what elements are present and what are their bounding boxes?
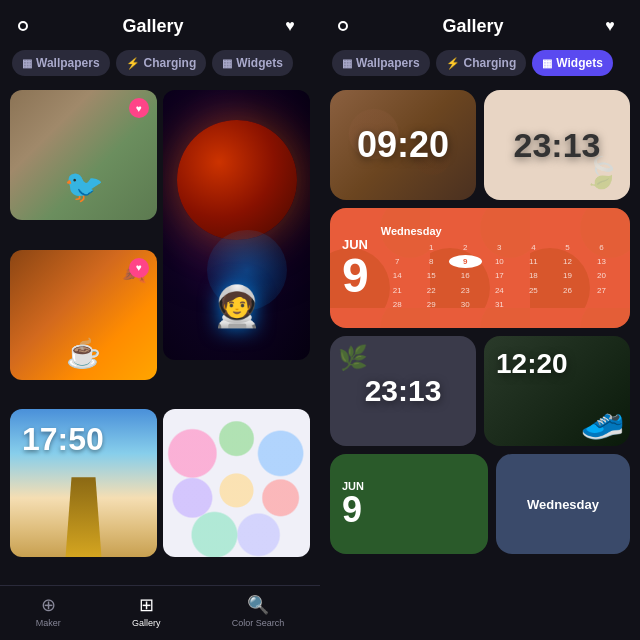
right-heart-icon[interactable]: ♥ — [598, 14, 622, 38]
cal-header-sa: 6 — [585, 241, 618, 254]
left-bottom-nav: ⊕ Maker ⊞ Gallery 🔍 Color Search — [0, 585, 320, 640]
cal-d19: 19 — [551, 269, 584, 282]
widget-calendar-2[interactable]: JUN 9 — [330, 454, 488, 554]
widget-time-2313b: 23:13 — [365, 374, 442, 408]
widget-row-4: JUN 9 Wednesday — [330, 454, 630, 554]
widget-wednesday[interactable]: Wednesday — [496, 454, 630, 554]
left-tab-bar: ▦ Wallpapers ⚡ Charging ▦ Widgets — [0, 46, 320, 84]
widget-calendar[interactable]: JUN 9 Wednesday 1 2 3 4 5 6 — [330, 208, 630, 328]
shoe-icon: 👟 — [580, 399, 625, 441]
left-heart-icon[interactable]: ♥ — [278, 14, 302, 38]
r-wallpapers-icon: ▦ — [342, 57, 352, 70]
cal-d25: 25 — [517, 284, 550, 297]
widget-row-1: 09:20 23:13 🍃 — [330, 90, 630, 200]
cal-d23: 23 — [449, 284, 482, 297]
cal-d20: 20 — [585, 269, 618, 282]
cal-d21: 21 — [381, 284, 414, 297]
left-tab-wallpapers[interactable]: ▦ Wallpapers — [12, 50, 110, 76]
cal2-day: 9 — [342, 492, 364, 528]
cal-header-we: 3 — [483, 241, 516, 254]
cal-d16: 16 — [449, 269, 482, 282]
space-planet — [177, 120, 297, 240]
right-tab-wallpapers[interactable]: ▦ Wallpapers — [332, 50, 430, 76]
cal-d14: 14 — [381, 269, 414, 282]
space-wallpaper[interactable]: 🧑‍🚀 — [163, 90, 310, 360]
cal-d26: 26 — [551, 284, 584, 297]
cal-d13: 13 — [585, 255, 618, 268]
cal-d30: 30 — [449, 298, 482, 311]
cal-header-fr: 5 — [551, 241, 584, 254]
cal-d9-today: 9 — [449, 255, 482, 268]
calendar-grid: Wednesday 1 2 3 4 5 6 7 8 9 10 — [381, 225, 618, 311]
dark-leaf-icon: 🌿 — [338, 344, 368, 372]
clock-wallpaper[interactable]: 17:50 — [10, 409, 157, 557]
widgets-icon: ▦ — [222, 57, 232, 70]
cal-d8: 8 — [415, 255, 448, 268]
right-dot-icon — [338, 21, 348, 31]
widget-row-2: JUN 9 Wednesday 1 2 3 4 5 6 — [330, 208, 630, 328]
right-content: 09:20 23:13 🍃 JUN 9 Wednesday — [320, 84, 640, 640]
cal-header-mo: 1 — [415, 241, 448, 254]
widget-shoe[interactable]: 12:20 👟 — [484, 336, 630, 446]
wallpapers-icon: ▦ — [22, 57, 32, 70]
widget-time-2313: 23:13 — [514, 126, 601, 165]
nav-color-search[interactable]: 🔍 Color Search — [232, 594, 285, 628]
cal-header-su — [381, 241, 414, 254]
calendar-2-date: JUN 9 — [342, 480, 364, 528]
cal-d18: 18 — [517, 269, 550, 282]
cal-d27: 27 — [585, 284, 618, 297]
space-astronaut: 🧑‍🚀 — [212, 283, 262, 330]
cal-day: 9 — [342, 252, 369, 300]
calendar-date: JUN 9 — [342, 237, 369, 300]
widget-light-clock-1[interactable]: 23:13 🍃 — [484, 90, 630, 200]
gallery-icon: ⊞ — [139, 594, 154, 616]
wednesday-label: Wednesday — [527, 497, 599, 512]
widget-dark-clock-1[interactable]: 09:20 — [330, 90, 476, 200]
bird-heart-badge: ♥ — [129, 98, 149, 118]
nav-gallery[interactable]: ⊞ Gallery — [132, 594, 161, 628]
left-tab-widgets[interactable]: ▦ Widgets — [212, 50, 293, 76]
cal-d31: 31 — [483, 298, 516, 311]
cal-cells: 1 2 3 4 5 6 7 8 9 10 11 12 13 — [381, 241, 618, 311]
widget-grid: 09:20 23:13 🍃 JUN 9 Wednesday — [330, 90, 630, 634]
cal-d28: 28 — [381, 298, 414, 311]
cal-d12: 12 — [551, 255, 584, 268]
autumn-wallpaper[interactable]: ♥ — [10, 250, 157, 380]
left-tab-charging[interactable]: ⚡ Charging — [116, 50, 207, 76]
widget-time-1220: 12:20 — [496, 348, 568, 380]
cal-d22: 22 — [415, 284, 448, 297]
right-tab-widgets[interactable]: ▦ Widgets — [532, 50, 613, 76]
r-charging-icon: ⚡ — [446, 57, 460, 70]
right-tab-bar: ▦ Wallpapers ⚡ Charging ▦ Widgets — [320, 46, 640, 84]
right-header: Gallery ♥ — [320, 0, 640, 46]
bird-wallpaper[interactable]: ♥ — [10, 90, 157, 220]
left-content: ♥ 🧑‍🚀 ♥ 17:50 — [0, 84, 320, 585]
cal-header-th: 4 — [517, 241, 550, 254]
charging-icon: ⚡ — [126, 57, 140, 70]
bridge-element — [54, 477, 114, 557]
left-header: Gallery ♥ — [0, 0, 320, 46]
cal-d17: 17 — [483, 269, 516, 282]
cal-d29: 29 — [415, 298, 448, 311]
right-tab-charging[interactable]: ⚡ Charging — [436, 50, 527, 76]
cal-weekday: Wednesday — [381, 225, 618, 237]
wallpaper-grid: ♥ 🧑‍🚀 ♥ 17:50 — [10, 90, 310, 579]
nav-maker[interactable]: ⊕ Maker — [36, 594, 61, 628]
cal-d7: 7 — [381, 255, 414, 268]
right-header-title: Gallery — [442, 16, 503, 37]
geometric-wallpaper[interactable] — [163, 409, 310, 557]
cal-d10: 10 — [483, 255, 516, 268]
right-panel: Gallery ♥ ▦ Wallpapers ⚡ Charging ▦ Widg… — [320, 0, 640, 640]
cal-d11: 11 — [517, 255, 550, 268]
left-panel: Gallery ♥ ▦ Wallpapers ⚡ Charging ▦ Widg… — [0, 0, 320, 640]
widget-dark-clock-2[interactable]: 🌿 23:13 — [330, 336, 476, 446]
autumn-heart-badge: ♥ — [129, 258, 149, 278]
widget-row-3: 🌿 23:13 12:20 👟 — [330, 336, 630, 446]
search-icon: 🔍 — [247, 594, 269, 616]
left-header-title: Gallery — [122, 16, 183, 37]
maker-icon: ⊕ — [41, 594, 56, 616]
cal-header-tu: 2 — [449, 241, 482, 254]
clock-time-display: 17:50 — [22, 421, 104, 458]
geo-circles — [163, 409, 310, 557]
cal-d24: 24 — [483, 284, 516, 297]
